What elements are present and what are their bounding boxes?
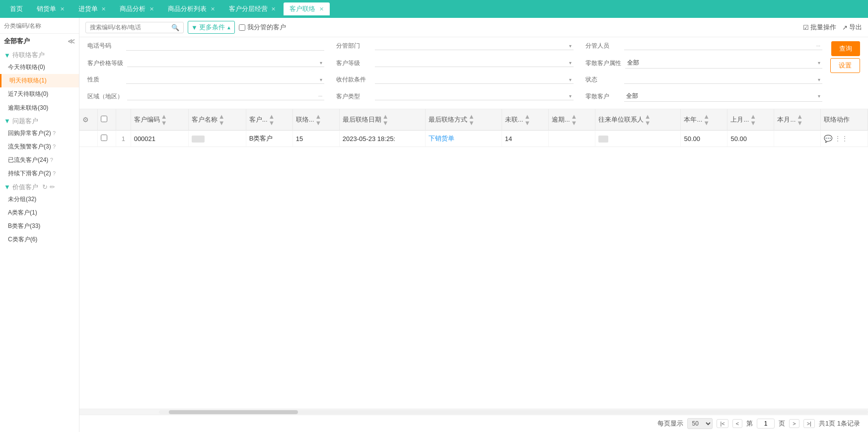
set-button[interactable]: 设置	[830, 58, 860, 73]
filter-row-3: 性质 ▾ 收付款条件 ▾	[87, 75, 822, 84]
prev-page-button[interactable]: <	[732, 419, 742, 428]
sidebar-item-overdue-pending[interactable]: 逾期未联络(30)	[0, 101, 79, 115]
page-number-input[interactable]	[757, 419, 775, 429]
sidebar-item-churned[interactable]: 已流失客户(24) ?	[0, 153, 79, 167]
triangle-icon: ▼	[4, 117, 10, 125]
close-icon[interactable]: ✕	[319, 6, 324, 12]
nav-item-purchase[interactable]: 进货单 ✕	[72, 2, 112, 15]
th-last-month[interactable]: 上月...▲▼	[727, 109, 774, 131]
td-contacts: 15	[292, 131, 339, 147]
filter-dept-select[interactable]: ▾	[375, 42, 573, 50]
select-all-checkbox[interactable]	[101, 116, 107, 122]
th-overdue[interactable]: 逾期...▲▼	[548, 109, 595, 131]
nav-item-customer-tier[interactable]: 客户分层经营 ✕	[223, 2, 282, 15]
sort-icon: ▲▼	[315, 113, 322, 126]
search-input[interactable]	[90, 24, 169, 31]
th-checkbox[interactable]	[97, 109, 116, 131]
more-icon[interactable]: ···	[816, 43, 820, 49]
filter-manager-select[interactable]: ···	[624, 42, 822, 50]
filter-price-tier-select[interactable]: ▾	[127, 59, 324, 67]
filter-retail-attr-select[interactable]: 全部 ▾	[625, 58, 822, 69]
td-this-month	[774, 131, 821, 147]
filter-row-4: 区域（地区） ··· 客户类型 ▾	[87, 91, 822, 102]
nav-item-product-analysis-list[interactable]: 商品分析列表 ✕	[162, 2, 221, 15]
sort-icon: ▲▼	[703, 113, 710, 126]
th-contacts[interactable]: 联络...▲▼	[292, 109, 339, 131]
sort-icon: ▲▼	[218, 113, 225, 126]
th-uncontacted[interactable]: 未联...▲▼	[502, 109, 548, 131]
close-icon[interactable]: ✕	[211, 6, 215, 12]
sidebar-search-input[interactable]	[4, 22, 78, 29]
nav-item-sales[interactable]: 销货单 ✕	[31, 2, 71, 15]
sidebar-item-class-a[interactable]: A类客户(1)	[0, 206, 79, 219]
my-customers-checkbox-label[interactable]: 我分管的客户	[239, 23, 286, 32]
td-overdue	[548, 131, 595, 147]
row-checkbox[interactable]	[101, 135, 107, 141]
sidebar-item-7days-pending[interactable]: 近7天待联络(0)	[0, 87, 79, 101]
th-this-year[interactable]: 本年...▲▼	[681, 109, 727, 131]
th-gear[interactable]: ⚙	[79, 109, 97, 131]
filter-payment-select[interactable]: ▾	[375, 76, 573, 84]
th-type[interactable]: 客户...▲▼	[246, 109, 292, 131]
per-page-select[interactable]: 50 20 100	[687, 418, 713, 429]
sidebar-item-class-c[interactable]: C类客户(6)	[0, 233, 79, 246]
sidebar-item-today-pending[interactable]: 今天待联络(0)	[0, 61, 79, 74]
filter-row-1: 电话号码 分管部门 ▾ 分管人员	[87, 41, 822, 51]
nav-item-home[interactable]: 首页	[4, 2, 29, 15]
filter-customer-tier-select[interactable]: ▾	[375, 59, 573, 67]
more-action-icon[interactable]: ⋮⋮	[834, 135, 848, 143]
my-customers-checkbox[interactable]	[239, 24, 245, 31]
filter-nature-select[interactable]: ▾	[126, 76, 324, 84]
sidebar-item-churn-warning[interactable]: 流失预警客户(3) ?	[0, 140, 79, 153]
close-icon[interactable]: ✕	[149, 6, 154, 12]
filter-panel: 电话号码 分管部门 ▾ 分管人员	[79, 37, 868, 109]
more-filter-button[interactable]: ▼ 更多条件 ▲	[188, 21, 235, 34]
contact-action-icon[interactable]: 💬	[824, 135, 832, 143]
nav-item-customer-contact[interactable]: 客户联络 ✕	[284, 2, 330, 15]
filter-region-select[interactable]: ···	[127, 92, 324, 100]
th-this-month[interactable]: 本月...▲▼	[774, 109, 821, 131]
last-contact-link[interactable]: 下销货单	[429, 135, 454, 142]
th-contact-person[interactable]: 往来单位联系人▲▼	[595, 109, 681, 131]
checkbox-icon: ☑	[803, 24, 809, 31]
th-name[interactable]: 客户名称▲▼	[188, 109, 246, 131]
sidebar-all-customers[interactable]: 全部客户 ≪	[0, 34, 79, 49]
filter-label: 更多条件	[199, 23, 225, 32]
sidebar-item-class-b[interactable]: B类客户(33)	[0, 219, 79, 233]
sort-icon: ▲▼	[382, 113, 389, 126]
nav-item-product-analysis[interactable]: 商品分析 ✕	[114, 2, 160, 15]
sidebar-item-ungrouped[interactable]: 未分组(32)	[0, 193, 79, 206]
export-button[interactable]: ↗ 导出	[842, 23, 862, 32]
edit-icon[interactable]: ✏	[50, 183, 55, 191]
refresh-icon[interactable]: ↻	[42, 183, 48, 191]
more-icon[interactable]: ···	[318, 93, 322, 99]
filter-phone-input[interactable]	[126, 41, 324, 51]
th-last-contact-method[interactable]: 最后联络方式▲▼	[425, 109, 502, 131]
sidebar-item-tomorrow-pending[interactable]: 明天待联络(1)	[0, 74, 79, 87]
close-icon[interactable]: ✕	[60, 6, 65, 12]
filter-status-select[interactable]: ▾	[624, 76, 822, 84]
search-icon[interactable]: 🔍	[171, 24, 179, 31]
chevron-down-icon: ▾	[569, 43, 572, 49]
table-header-row: ⚙ 客户编码▲▼ 客户名称▲▼ 客户...▲▼ 联络...▲▼ 最后联络日期▲▼…	[79, 109, 868, 131]
next-page-button[interactable]: >	[789, 419, 799, 428]
collapse-icon[interactable]: ≪	[68, 37, 75, 45]
horizontal-scrollbar-thumb[interactable]	[169, 410, 298, 414]
batch-op-button[interactable]: ☑ 批量操作	[803, 23, 836, 32]
th-last-contact-date[interactable]: 最后联络日期▲▼	[339, 109, 425, 131]
last-page-button[interactable]: >|	[803, 419, 815, 428]
td-checkbox[interactable]	[97, 131, 116, 147]
th-code[interactable]: 客户编码▲▼	[131, 109, 188, 131]
filter-status: 状态 ▾	[585, 75, 822, 84]
gear-icon[interactable]: ⚙	[82, 116, 89, 124]
sidebar-item-repurchase-anomaly[interactable]: 回购异常客户(2) ?	[0, 127, 79, 140]
sidebar-item-declining[interactable]: 持续下滑客户(2) ?	[0, 167, 79, 180]
first-page-button[interactable]: |<	[717, 419, 728, 428]
filter-customer-type-select[interactable]: ▾	[375, 92, 573, 100]
close-icon[interactable]: ✕	[101, 6, 106, 12]
query-button[interactable]: 查询	[831, 41, 860, 56]
td-this-year: 50.00	[681, 131, 727, 147]
toolbar: 🔍 ▼ 更多条件 ▲ 我分管的客户 ☑ 批量操作 ↗ 导出	[79, 18, 868, 37]
close-icon[interactable]: ✕	[271, 6, 276, 12]
filter-retail-customer-select[interactable]: 全部 ▾	[624, 91, 822, 102]
